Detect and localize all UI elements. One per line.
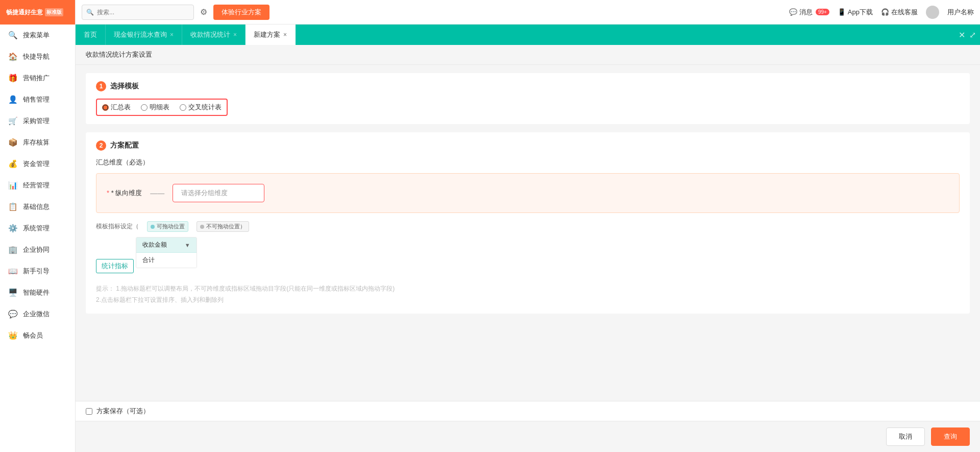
- search-icon-topbar: 🔍: [86, 9, 94, 16]
- radio-summary[interactable]: 汇总表: [102, 103, 131, 112]
- sidebar-item-hardware[interactable]: 🖥️ 智能硬件: [0, 282, 75, 303]
- home-icon: 🏠: [8, 52, 18, 61]
- sidebar-item-enterprise[interactable]: 🏢 企业协同: [0, 239, 75, 260]
- main-area: 🔍 ⚙ 体验行业方案 💬 消息 99+ 📱 App下载 🎧 在线客服 用户名称: [76, 0, 980, 452]
- metrics-area: 统计指标 收款金额 ▼ 合计: [96, 237, 960, 277]
- tab-receipt-stats[interactable]: 收款情况统计 ×: [182, 25, 246, 45]
- metric-table-header[interactable]: 收款金额 ▼: [136, 237, 197, 253]
- sidebar-item-operations[interactable]: 📊 经营管理: [0, 175, 75, 196]
- step1-badge: 1: [96, 81, 106, 91]
- notifications[interactable]: 💬 消息 99+: [789, 8, 829, 17]
- stats-label: 统计指标: [96, 259, 134, 273]
- hint-area: 提示： 1.拖动标题栏可以调整布局，不可跨维度或指标区域拖动目字段(只能在同一维…: [96, 283, 960, 305]
- dimension-arrow: ——: [150, 189, 164, 197]
- box-icon: 📦: [8, 138, 18, 147]
- chevron-down-icon: ▼: [185, 242, 190, 248]
- radio-cross[interactable]: 交叉统计表: [180, 103, 222, 112]
- radio-cross-input[interactable]: [180, 104, 186, 111]
- sidebar-item-search-menu[interactable]: 🔍 搜索菜单: [0, 25, 75, 46]
- tab-receipt-stats-close[interactable]: ×: [233, 31, 237, 38]
- radio-detail-input[interactable]: [141, 104, 148, 111]
- headset-icon: 🎧: [881, 8, 889, 16]
- sidebar-item-wechat[interactable]: 💬 企业微信: [0, 303, 75, 325]
- step1-section: 1 选择模板 汇总表 明细表 交叉统计表: [86, 73, 970, 124]
- stats-indicator-group: 统计指标 收款金额 ▼ 合计: [96, 237, 197, 277]
- metric-table: 收款金额 ▼ 合计: [136, 237, 197, 268]
- online-service[interactable]: 🎧 在线客服: [881, 8, 918, 17]
- save-label[interactable]: 方案保存（可选）: [96, 407, 150, 416]
- sidebar-item-purchase[interactable]: 🛒 采购管理: [0, 110, 75, 132]
- radio-detail[interactable]: 明细表: [141, 103, 169, 112]
- page-title: 收款情况统计方案设置: [86, 51, 152, 58]
- download-icon: 📱: [838, 8, 846, 16]
- dimension-label: 汇总维度（必选）: [96, 158, 960, 167]
- logo-tag: 标准版: [45, 8, 63, 16]
- gear-icon: ⚙️: [8, 224, 18, 233]
- cart-icon: 🛒: [8, 116, 18, 126]
- page-header: 收款情况统计方案设置: [76, 45, 980, 65]
- avatar[interactable]: [926, 6, 939, 19]
- save-checkbox[interactable]: [86, 408, 92, 415]
- dimension-select[interactable]: 请选择分组维度: [173, 184, 264, 202]
- sidebar-item-quick-nav[interactable]: 🏠 快捷导航: [0, 46, 75, 67]
- radio-summary-input[interactable]: [102, 104, 109, 111]
- vertical-dimension-label: * * 纵向维度: [107, 188, 142, 198]
- notifications-badge: 99+: [816, 9, 829, 15]
- non-draggable-tag: 不可拖动位置）: [197, 221, 249, 232]
- step1-title: 1 选择模板: [96, 81, 960, 91]
- sidebar-item-capital[interactable]: 💰 资金管理: [0, 153, 75, 175]
- cancel-button[interactable]: 取消: [886, 427, 925, 446]
- page-body: 1 选择模板 汇总表 明细表 交叉统计表: [76, 65, 980, 401]
- building-icon: 🏢: [8, 245, 18, 254]
- query-button[interactable]: 查询: [931, 427, 970, 446]
- tab-bank-flow-close[interactable]: ×: [170, 31, 174, 38]
- sidebar-item-basic-info[interactable]: 📋 基础信息: [0, 196, 75, 218]
- message-icon: 💬: [789, 8, 797, 16]
- money-icon: 💰: [8, 159, 18, 169]
- crown-icon: 👑: [8, 331, 18, 340]
- tabbar: 首页 现金银行流水查询 × 收款情况统计 × 新建方案 × ✕ ⤢: [76, 25, 980, 45]
- close-window-button[interactable]: ✕: [959, 30, 965, 40]
- draggable-dot: [151, 225, 155, 229]
- template-radio-group: 汇总表 明细表 交叉统计表: [96, 99, 228, 116]
- metrics-header: 模板指标设定（ 可拖动位置 不可拖动位置）: [96, 221, 960, 232]
- non-draggable-dot: [200, 225, 204, 229]
- logo-text: 畅捷通好生意: [6, 8, 43, 17]
- sidebar-item-guide[interactable]: 📖 新手引导: [0, 260, 75, 282]
- monitor-icon: 🖥️: [8, 288, 18, 297]
- tab-new-plan[interactable]: 新建方案 ×: [246, 25, 296, 45]
- hint-1: 提示： 1.拖动标题栏可以调整布局，不可跨维度或指标区域拖动目字段(只能在同一维…: [96, 283, 960, 295]
- search-box[interactable]: 🔍: [82, 5, 194, 20]
- app-download[interactable]: 📱 App下载: [838, 8, 873, 17]
- trial-button[interactable]: 体验行业方案: [213, 5, 270, 20]
- dimension-row: * * 纵向维度 —— 请选择分组维度: [107, 184, 949, 202]
- maximize-button[interactable]: ⤢: [969, 30, 976, 40]
- topbar-right: 💬 消息 99+ 📱 App下载 🎧 在线客服 用户名称: [789, 6, 974, 19]
- user-icon: 👤: [8, 95, 18, 104]
- step2-section: 2 方案配置 汇总维度（必选） * * 纵向维度 —— 请选择分组维度: [86, 132, 970, 314]
- sidebar-item-member[interactable]: 👑 畅会员: [0, 325, 75, 346]
- gift-icon: 🎁: [8, 74, 18, 83]
- sidebar-item-marketing[interactable]: 🎁 营销推广: [0, 67, 75, 89]
- sidebar: 畅捷通好生意 标准版 🔍 搜索菜单 🏠 快捷导航 🎁 营销推广 👤 销售管理 🛒…: [0, 0, 76, 452]
- sidebar-item-inventory[interactable]: 📦 库存核算: [0, 132, 75, 153]
- book-icon: 📖: [8, 267, 18, 276]
- settings-icon[interactable]: ⚙: [200, 7, 207, 17]
- page-footer: 方案保存（可选）: [76, 401, 980, 421]
- tab-bank-flow[interactable]: 现金银行流水查询 ×: [106, 25, 182, 45]
- metric-table-row: 合计: [136, 253, 197, 268]
- tab-home[interactable]: 首页: [76, 25, 106, 45]
- search-input[interactable]: [97, 9, 189, 16]
- chat-icon: 💬: [8, 310, 18, 319]
- username: 用户名称: [947, 8, 974, 17]
- sidebar-item-sales[interactable]: 👤 销售管理: [0, 89, 75, 110]
- search-icon: 🔍: [8, 31, 18, 40]
- sidebar-item-system[interactable]: ⚙️ 系统管理: [0, 218, 75, 239]
- tab-new-plan-close[interactable]: ×: [283, 31, 287, 38]
- page-content: 收款情况统计方案设置 1 选择模板 汇总表 明细表: [76, 45, 980, 452]
- dimension-box: * * 纵向维度 —— 请选择分组维度: [96, 173, 960, 213]
- step2-title: 2 方案配置: [96, 140, 960, 151]
- topbar: 🔍 ⚙ 体验行业方案 💬 消息 99+ 📱 App下载 🎧 在线客服 用户名称: [76, 0, 980, 25]
- metrics-settings-label: 模板指标设定（: [96, 222, 139, 231]
- hint-2: 2.点击标题栏下拉可设置排序、插入列和删除列: [96, 295, 960, 306]
